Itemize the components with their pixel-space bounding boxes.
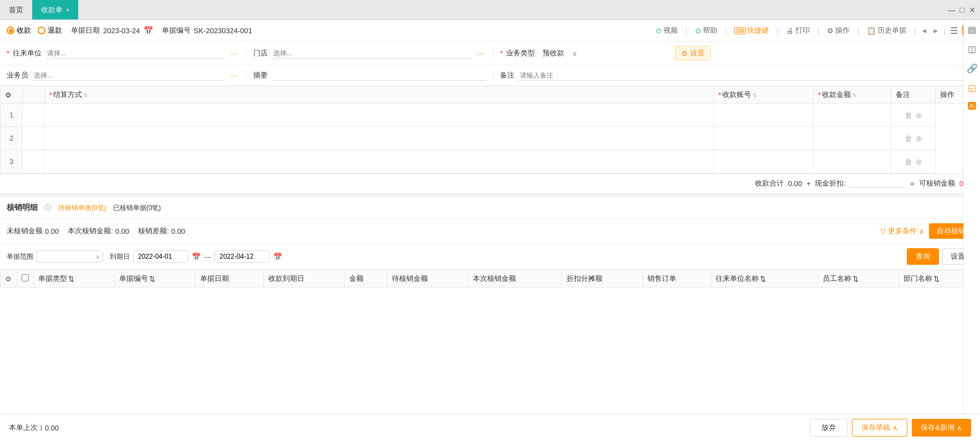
settings-button[interactable]: ⚙ 设置 (675, 46, 711, 60)
more-conditions-btn[interactable]: ▽ 更多条件 ∧ (880, 226, 925, 236)
radio-refund[interactable]: 退款 (38, 25, 62, 35)
sidebar-table-icon[interactable]: ▤ (968, 24, 976, 35)
radio-income-label: 收款 (17, 25, 31, 35)
th-amount-required: * (818, 91, 821, 99)
row-remark-2[interactable] (814, 127, 891, 150)
row-account-1[interactable] (45, 104, 714, 127)
radio-income[interactable]: 收款 (7, 25, 31, 35)
unverified-label: 未核销金额 (7, 226, 43, 236)
partner-more-icon[interactable]: ··· (228, 49, 239, 58)
history-icon: 📋 (867, 27, 876, 35)
save-draft-button[interactable]: 保存草稿 ∧ (852, 419, 907, 437)
restore-icon[interactable]: □ (960, 6, 964, 14)
amount-sort-icon[interactable]: ⇅ (852, 92, 856, 98)
copy-icon-3[interactable]: ⊕ (916, 157, 922, 166)
store-input[interactable] (271, 48, 472, 59)
sidebar-doc-icon[interactable]: ◫ (968, 44, 976, 54)
history-btn[interactable]: 📋 历史单据 (864, 24, 910, 37)
section-title: 核销明细 (7, 203, 38, 213)
partner-input[interactable] (45, 48, 225, 59)
discount-input[interactable] (850, 179, 906, 188)
row-payment-3[interactable] (23, 150, 45, 173)
sidebar-ai-label[interactable]: Ai (968, 102, 977, 110)
doc-type-sort-icon[interactable]: ⇅ (68, 275, 74, 283)
th-pending: 待核销金额 (387, 270, 468, 288)
row-amount-3[interactable] (714, 150, 814, 173)
th-settings[interactable]: ⚙ (1, 86, 23, 104)
range-select[interactable] (37, 250, 103, 263)
summary-input[interactable] (271, 70, 486, 81)
operation-btn[interactable]: ⚙ 操作 (824, 24, 853, 37)
th-doc-date-label: 单据日期 (200, 274, 229, 283)
tab-receipt-label: 收款单 (41, 5, 63, 15)
copy-icon-2[interactable]: ⊕ (916, 134, 922, 143)
sidebar-expand-icon[interactable]: ◱ (968, 83, 976, 93)
delete-icon-1[interactable]: 🗑 (905, 111, 912, 120)
nav-left-icon[interactable]: ◄ (921, 27, 928, 35)
biz-type-dropdown-icon[interactable]: ∨ (572, 49, 578, 58)
list-view-icon[interactable]: ☰ (950, 25, 958, 36)
tab-receipt[interactable]: 收款单 × (32, 0, 78, 19)
row-amount-2[interactable] (714, 127, 814, 150)
due-date-to-input[interactable] (215, 250, 270, 263)
select-all-checkbox[interactable] (22, 274, 29, 281)
row-payment-1[interactable] (23, 104, 45, 127)
operation-icon: ⚙ (827, 27, 834, 35)
main-container: 收款 退款 单据日期 2023-03-24 📅 单据编号 SK-20230324… (0, 20, 980, 441)
window-controls: — □ ✕ (948, 6, 980, 14)
doc-num-sort-icon[interactable]: ⇅ (149, 275, 155, 283)
copy-icon-1[interactable]: ⊕ (916, 111, 922, 120)
row-account-2[interactable] (45, 127, 714, 150)
partner-sort-icon[interactable]: ⇅ (760, 275, 766, 283)
tab-home[interactable]: 首页 (0, 0, 32, 19)
nav-right-icon[interactable]: ► (932, 27, 940, 35)
bottom-gear-icon[interactable]: ⚙ (5, 275, 12, 283)
delete-icon-3[interactable]: 🗑 (905, 157, 912, 166)
tab-close-icon[interactable]: × (66, 7, 69, 13)
calendar-icon[interactable]: 📅 (144, 26, 153, 35)
auto-verify-label: 自动核销 (937, 227, 966, 235)
help-btn[interactable]: ⊙ 帮助 (692, 24, 721, 37)
th-pending-label: 待核销金额 (392, 274, 428, 283)
settings-gear-icon[interactable]: ⚙ (5, 91, 12, 99)
biz-required: * (500, 49, 503, 58)
query-btn[interactable]: 查询 (907, 248, 939, 265)
due-date-from-input[interactable] (133, 250, 188, 263)
info-icon[interactable]: ⓘ (44, 203, 52, 213)
staff-more-icon[interactable]: ··· (228, 71, 239, 80)
sort-icon[interactable]: ⇅ (83, 92, 88, 98)
sidebar-link-icon[interactable]: 🔗 (967, 63, 978, 74)
row-account-3[interactable] (45, 150, 714, 173)
staff-sort-icon[interactable]: ⇅ (853, 275, 859, 283)
remark-input[interactable] (518, 70, 973, 81)
account-sort-icon[interactable]: ⇅ (752, 92, 757, 98)
th-sales-order: 销售订单 (643, 270, 711, 288)
partner-field: * 往来单位 ··· (7, 48, 239, 59)
pending-tab[interactable]: 待核销单据(0笔) (58, 203, 106, 213)
calendar-from-icon[interactable]: 📅 (192, 253, 201, 261)
date-value[interactable]: 2023-03-24 (103, 27, 140, 35)
dept-sort-icon[interactable]: ⇅ (933, 275, 940, 283)
number-value[interactable]: SK-20230324-001 (194, 27, 253, 35)
delete-icon-2[interactable]: 🗑 (905, 134, 912, 143)
row-amount-1[interactable] (714, 104, 814, 127)
th-num (23, 86, 45, 104)
row-remark-1[interactable] (814, 104, 891, 127)
print-btn[interactable]: 🖨 打印 (783, 24, 813, 37)
video-btn[interactable]: ⊙ 视频 (652, 24, 681, 37)
row-payment-2[interactable] (23, 127, 45, 150)
th-doc-number: 单据编号 ⇅ (115, 270, 196, 288)
calendar-to-icon[interactable]: 📅 (273, 253, 282, 261)
discard-button[interactable]: 放弃 (810, 419, 848, 437)
row-remark-3[interactable] (814, 150, 891, 173)
store-more-icon[interactable]: ··· (475, 49, 486, 58)
staff-input[interactable] (32, 70, 225, 81)
row-action-3: 🗑 ⊕ (891, 150, 936, 173)
save-new-button[interactable]: 保存&新增 ∧ (912, 419, 971, 437)
minimize-icon[interactable]: — (948, 6, 956, 14)
due-date-field: 到期日 📅 — 📅 (110, 250, 282, 263)
payment-table: ⚙ * 结算方式 ⇅ * 收款账号 ⇅ (0, 86, 980, 173)
shortcut-btn[interactable]: ⌨ 快捷键 (731, 24, 772, 37)
completed-tab[interactable]: 已核销单据(0笔) (113, 203, 161, 213)
close-icon[interactable]: ✕ (969, 6, 976, 14)
